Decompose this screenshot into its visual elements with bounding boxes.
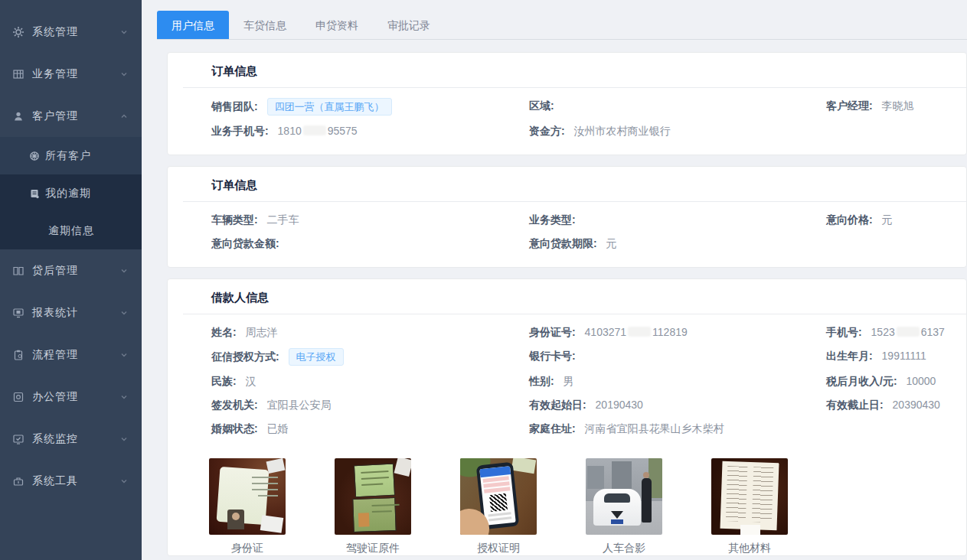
booklet-line — [361, 470, 388, 474]
sidebar-item-system-monitor[interactable]: 系统监控 — [0, 418, 142, 460]
tab-loan-application-docs[interactable]: 申贷资料 — [301, 11, 373, 39]
field-issuing-authority: 签发机关: 宜阳县公安局 — [211, 397, 529, 413]
chevron-down-icon — [120, 351, 128, 359]
sidebar-item-label: 所有客户 — [45, 149, 91, 163]
field-value: 15236137 — [871, 326, 945, 338]
field-vehicle-type: 车辆类型: 二手车 — [211, 212, 529, 228]
field-valid-from: 有效起始日: 20190430 — [529, 397, 826, 413]
document-photos: 身份证 — [168, 452, 966, 555]
tab-user-info[interactable]: 用户信息 — [157, 11, 229, 39]
sidebar-item-all-customers[interactable]: 所有客户 — [0, 137, 142, 174]
field-birth-date: 出生年月: 19911111 — [826, 348, 959, 366]
grille-shape — [611, 511, 623, 519]
office-icon — [12, 391, 25, 403]
windshield-shape — [604, 493, 630, 503]
booklet-page — [352, 497, 397, 532]
background-object — [511, 458, 536, 474]
user-icon — [12, 110, 25, 122]
field-label: 客户经理: — [826, 99, 873, 112]
idcard-textline — [252, 483, 278, 484]
field-value: 4103271112819 — [585, 326, 688, 338]
booklet-line — [372, 510, 392, 513]
sidebar-item-system-mgmt[interactable]: 系统管理 — [0, 11, 142, 53]
sidebar-item-label: 系统工具 — [32, 474, 120, 488]
sidebar-item-customer-mgmt[interactable]: 客户管理 — [0, 95, 142, 137]
monitor-icon — [12, 307, 25, 319]
detail-tabs: 用户信息 车贷信息 申贷资料 审批记录 — [157, 11, 967, 40]
field-label: 销售团队: — [211, 100, 258, 112]
photo-item: 授权证明 — [460, 458, 537, 555]
field-label: 意向贷款期限: — [529, 237, 597, 249]
field-id-number: 身份证号: 4103271112819 — [529, 324, 826, 340]
tab-approval-records[interactable]: 审批记录 — [373, 11, 445, 39]
sidebar-item-business-mgmt[interactable]: 业务管理 — [0, 53, 142, 95]
masked-digits — [303, 125, 326, 135]
field-label: 银行卡号: — [529, 350, 576, 362]
sidebar-item-overdue-info[interactable]: 逾期信息 — [0, 212, 142, 249]
handwriting-column — [752, 467, 773, 523]
sidebar: 系统管理 业务管理 客户管理 所有客户 我的逾期 逾期信息 — [0, 0, 142, 560]
field-label: 有效截止日: — [826, 399, 884, 411]
card-title: 订单信息 — [211, 167, 966, 201]
field-credit-auth-method: 征信授权方式: 电子授权 — [211, 348, 529, 366]
field-monthly-income: 税后月收入/元: 10000 — [826, 373, 959, 389]
field-value: 20390430 — [893, 399, 940, 411]
field-value: 181095575 — [278, 125, 358, 137]
chevron-down-icon — [120, 28, 128, 36]
sidebar-item-label: 业务管理 — [32, 67, 120, 81]
field-ethnicity: 民族: 汉 — [211, 373, 529, 389]
clipboard-icon — [12, 349, 25, 361]
sidebar-item-postloan-mgmt[interactable]: 贷后管理 — [0, 249, 142, 291]
field-sales-team: 销售团队: 四团一营（直属王鹏飞） — [211, 98, 529, 116]
card-title: 订单信息 — [211, 53, 966, 87]
auth-screenshot-photo[interactable] — [460, 458, 537, 535]
field-intent-price: 意向价格: 元 — [826, 212, 959, 228]
car-person-photo[interactable] — [586, 458, 662, 535]
field-value: 汉 — [246, 375, 256, 387]
field-label: 征信授权方式: — [211, 350, 279, 363]
field-grid: 姓名: 周志洋 身份证号: 4103271112819 手机号: 1523613… — [168, 314, 966, 452]
photo-label: 驾驶证原件 — [335, 542, 411, 555]
sidebar-item-report-stats[interactable]: 报表统计 — [0, 291, 142, 334]
field-label: 资金方: — [529, 125, 565, 137]
field-label: 出生年月: — [826, 350, 873, 362]
sales-team-tag[interactable]: 四团一营（直属王鹏飞） — [267, 98, 392, 116]
paper-shape — [720, 461, 779, 531]
license-booklet-photo[interactable] — [335, 458, 411, 535]
booklet-line — [361, 483, 383, 485]
chevron-up-icon — [120, 112, 128, 120]
handwritten-doc-photo[interactable] — [711, 458, 788, 535]
field-label: 税后月收入/元: — [826, 375, 897, 387]
tab-content: 订单信息 销售团队: 四团一营（直属王鹏飞） 区域: 客户经理: 李晓旭 业务手… — [142, 40, 967, 560]
person-shape — [642, 478, 652, 523]
order-info-card-2: 订单信息 车辆类型: 二手车 业务类型: 意向价格: 元 意向贷款金额: — [167, 166, 967, 268]
field-value: 河南省宜阳县花果山乡木柴村 — [585, 422, 724, 435]
sidebar-item-system-tools[interactable]: 系统工具 — [0, 460, 142, 502]
field-value: 10000 — [906, 375, 936, 387]
field-label: 性别: — [529, 375, 554, 387]
photo-label: 身份证 — [209, 542, 286, 555]
card-title: 借款人信息 — [211, 279, 966, 314]
sidebar-item-my-overdue[interactable]: 我的逾期 — [0, 174, 142, 212]
tab-car-loan-info[interactable]: 车贷信息 — [229, 11, 301, 39]
chevron-down-icon — [120, 309, 128, 317]
idcard-photo[interactable] — [209, 458, 286, 535]
masked-digits — [897, 327, 920, 337]
person-head-shape — [643, 472, 649, 478]
monitor-check-icon — [12, 433, 25, 445]
field-name: 姓名: 周志洋 — [211, 324, 529, 340]
sidebar-item-process-mgmt[interactable]: 流程管理 — [0, 334, 142, 376]
sidebar-item-label: 贷后管理 — [32, 264, 120, 278]
field-intent-loan-amount: 意向贷款金额: — [211, 236, 529, 252]
field-valid-to: 有效截止日: 20390430 — [826, 397, 959, 413]
field-mobile: 手机号: 15236137 — [826, 324, 959, 340]
chevron-down-icon — [120, 70, 128, 78]
license-plate-shape — [611, 519, 623, 524]
booklet-line — [372, 504, 400, 506]
field-value: 元 — [606, 237, 617, 249]
credit-auth-tag[interactable]: 电子授权 — [289, 348, 344, 366]
grid-icon — [12, 68, 25, 80]
sidebar-item-office-mgmt[interactable]: 办公管理 — [0, 376, 142, 418]
customer-mgmt-submenu: 所有客户 我的逾期 逾期信息 — [0, 137, 142, 249]
screen-row — [484, 487, 510, 493]
